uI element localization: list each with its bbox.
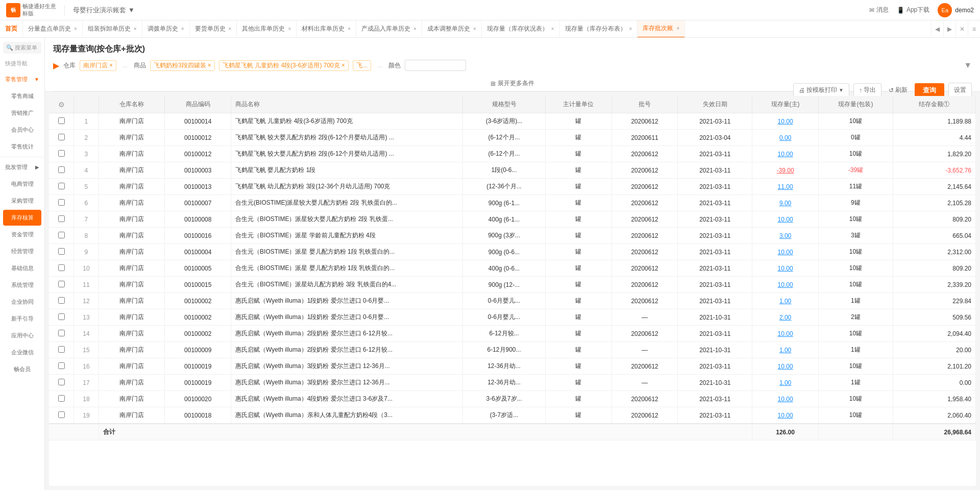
tab-close-icon[interactable]: × xyxy=(134,26,137,32)
warehouse-filter-tag[interactable]: 南岸门店 × xyxy=(80,60,116,71)
print-button[interactable]: 🖨 按模板打印 ▼ xyxy=(793,83,849,97)
tab-close-icon[interactable]: × xyxy=(288,26,291,32)
sidebar-item-basic[interactable]: 基础信息 xyxy=(3,260,41,276)
tab-next-button[interactable]: ▶ xyxy=(943,20,955,38)
cell-stock-main[interactable]: 10.00 xyxy=(752,260,819,277)
row-checkbox[interactable] xyxy=(58,264,65,271)
cell-checkbox[interactable] xyxy=(49,407,74,424)
tab-other-out[interactable]: 其他出库单历史 × xyxy=(237,20,297,38)
row-checkbox[interactable] xyxy=(58,215,65,222)
tab-close-icon[interactable]: × xyxy=(181,26,184,32)
settings-icon[interactable]: ⚙ xyxy=(58,101,65,109)
cell-stock-main[interactable]: 3.00 xyxy=(752,228,819,244)
sidebar-item-retail[interactable]: 零售管理 ▼ xyxy=(0,71,44,87)
sidebar-item-purchase[interactable]: 采购管理 xyxy=(3,193,41,209)
sidebar-item-system[interactable]: 系统管理 xyxy=(3,277,41,293)
sidebar-item-ecom[interactable]: 电商管理 xyxy=(3,176,41,192)
cell-checkbox[interactable] xyxy=(49,375,74,391)
row-checkbox[interactable] xyxy=(58,166,65,173)
sidebar-item-operation[interactable]: 经营管理 xyxy=(3,243,41,259)
sidebar-item-wholesale[interactable]: 批发管理 ▶ xyxy=(0,159,44,175)
sidebar-item-inventory[interactable]: 库存核算 xyxy=(3,210,41,226)
tab-cost-adjust[interactable]: 成本调整单历史 × xyxy=(422,20,482,38)
cell-checkbox[interactable] xyxy=(49,244,74,260)
tab-requisition[interactable]: 要货单历史 × xyxy=(190,20,237,38)
sidebar-item-stats[interactable]: 零售统计 xyxy=(3,139,41,155)
sidebar-item-wechat[interactable]: 企业微信 xyxy=(3,345,41,360)
cell-stock-main[interactable]: 10.00 xyxy=(752,211,819,228)
cell-checkbox[interactable] xyxy=(49,277,74,293)
tab-material-out[interactable]: 材料出库单历史 × xyxy=(297,20,356,38)
tab-close-icon[interactable]: × xyxy=(629,26,632,32)
cell-stock-main[interactable]: 2.00 xyxy=(752,309,819,326)
row-checkbox[interactable] xyxy=(58,199,65,206)
export-button[interactable]: ↑ 导出 xyxy=(853,83,881,97)
tab-split-inventory[interactable]: 分量盘点单历史 × xyxy=(23,20,83,38)
tab-inventory-dist[interactable]: 现存量（库存分布表） × xyxy=(560,20,638,38)
tab-close-all-button[interactable]: ✕ xyxy=(955,20,968,38)
cell-stock-main[interactable]: 10.00 xyxy=(752,244,819,260)
sidebar-item-member[interactable]: 会员中心 xyxy=(3,122,41,138)
row-checkbox[interactable] xyxy=(58,297,65,304)
company-selector[interactable]: 母婴行业演示账套 ▼ xyxy=(73,6,135,15)
close-icon[interactable]: × xyxy=(341,62,345,69)
cell-stock-main[interactable]: 10.00 xyxy=(752,358,819,375)
row-checkbox[interactable] xyxy=(58,313,65,320)
cell-checkbox[interactable] xyxy=(49,179,74,195)
tab-inventory-status[interactable]: 现存量（库存状况表） × xyxy=(482,20,560,38)
app-download-button[interactable]: 📱 App下载 xyxy=(897,6,929,14)
cell-stock-main[interactable]: 10.00 xyxy=(752,407,819,424)
cell-checkbox[interactable] xyxy=(49,309,74,326)
tab-close-icon[interactable]: × xyxy=(413,26,416,32)
cell-checkbox[interactable] xyxy=(49,146,74,162)
sidebar-item-vip[interactable]: 畅会员 xyxy=(3,361,41,377)
row-checkbox[interactable] xyxy=(58,379,65,385)
cell-checkbox[interactable] xyxy=(49,162,74,179)
filter-dropdown-icon[interactable]: ▼ xyxy=(964,61,972,70)
cell-stock-main[interactable]: 0.00 xyxy=(752,130,819,146)
product-filter-tag2[interactable]: 飞鹤星飞帆 儿童奶粉 4段(3-6岁适用) 700克 × xyxy=(219,60,349,71)
sidebar-item-shop[interactable]: 零售商城 xyxy=(3,88,41,104)
tab-disassemble[interactable]: 组装拆卸单历史 × xyxy=(83,20,142,38)
color-input[interactable] xyxy=(405,60,466,71)
sidebar-item-enterprise[interactable]: 企业协同 xyxy=(3,294,41,310)
cell-checkbox[interactable] xyxy=(49,113,74,130)
cell-stock-main[interactable]: 10.00 xyxy=(752,326,819,342)
row-checkbox[interactable] xyxy=(58,411,65,418)
tab-menu-button[interactable]: ≡ xyxy=(968,20,980,38)
print-dropdown-icon[interactable]: ▼ xyxy=(839,87,844,93)
tab-close-icon[interactable]: × xyxy=(229,26,232,32)
cell-checkbox[interactable] xyxy=(49,211,74,228)
tab-home[interactable]: 首页 xyxy=(0,20,23,38)
row-checkbox[interactable] xyxy=(58,232,65,238)
row-checkbox[interactable] xyxy=(58,183,65,189)
cell-stock-main[interactable]: 1.00 xyxy=(752,293,819,309)
row-checkbox[interactable] xyxy=(58,362,65,369)
sidebar-item-marketing[interactable]: 营销推广 xyxy=(3,105,41,121)
sidebar-item-apps[interactable]: 应用中心 xyxy=(3,328,41,344)
cell-checkbox[interactable] xyxy=(49,358,74,375)
cell-checkbox[interactable] xyxy=(49,391,74,407)
cell-stock-main[interactable]: 11.00 xyxy=(752,179,819,195)
tab-prev-button[interactable]: ◀ xyxy=(931,20,943,38)
tab-close-icon[interactable]: × xyxy=(74,26,77,32)
row-checkbox[interactable] xyxy=(58,117,65,124)
cell-checkbox[interactable] xyxy=(49,342,74,358)
cell-stock-main[interactable]: 1.00 xyxy=(752,342,819,358)
row-checkbox[interactable] xyxy=(58,281,65,287)
close-icon[interactable]: × xyxy=(109,62,113,69)
query-button[interactable]: 查询 xyxy=(915,83,944,97)
col-settings[interactable]: ⚙ xyxy=(49,96,74,113)
row-checkbox[interactable] xyxy=(58,330,65,336)
tab-adjust[interactable]: 调拨单历史 × xyxy=(142,20,190,38)
cell-checkbox[interactable] xyxy=(49,228,74,244)
cell-checkbox[interactable] xyxy=(49,260,74,277)
tab-close-icon[interactable]: × xyxy=(473,26,476,32)
row-checkbox[interactable] xyxy=(58,248,65,255)
cell-checkbox[interactable] xyxy=(49,326,74,342)
tab-close-icon[interactable]: × xyxy=(676,26,679,31)
cell-stock-main[interactable]: -39.00 xyxy=(752,162,819,179)
cell-checkbox[interactable] xyxy=(49,130,74,146)
cell-stock-main[interactable]: 9.00 xyxy=(752,195,819,211)
user-area[interactable]: Ea demo2 xyxy=(938,3,974,17)
